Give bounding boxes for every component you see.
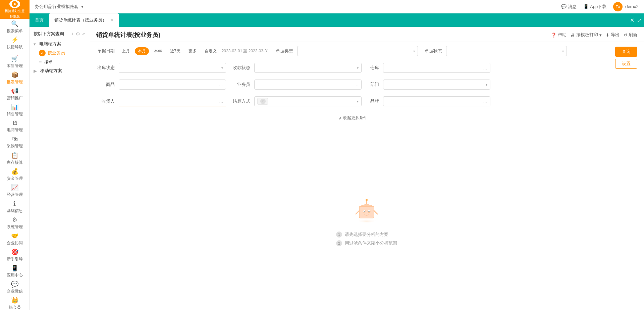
help-btn[interactable]: ❓ 帮助 bbox=[551, 32, 567, 38]
settings-btn[interactable]: 设置 bbox=[615, 59, 637, 69]
tab-home[interactable]: 首页 bbox=[30, 13, 49, 27]
svg-line-5 bbox=[374, 211, 377, 214]
empty-tips: 1 请先选择要分析的方案 2 用过滤条件来缩小分析范围 bbox=[336, 231, 397, 246]
department-label: 部门 bbox=[366, 82, 379, 88]
settlement-tag-close[interactable]: × bbox=[260, 99, 266, 104]
date-btn-7days[interactable]: 近7天 bbox=[167, 47, 183, 55]
member-icon: 👑 bbox=[11, 297, 18, 304]
sidebar-item-baseinfo[interactable]: ℹ 基础信息 bbox=[0, 199, 30, 215]
tab-close-all-btn[interactable]: ✕ bbox=[630, 17, 634, 23]
tree-node-pc[interactable]: ▾ 电脑端方案 bbox=[30, 40, 89, 48]
order-icon: ≡ bbox=[39, 59, 42, 65]
app-selector-arrow: ▾ bbox=[81, 4, 84, 9]
docstatus-input[interactable]: ▾ bbox=[446, 46, 567, 56]
sidebar-item-appcenter[interactable]: 📱 应用中心 bbox=[0, 263, 30, 279]
print-icon: 🖨 bbox=[571, 33, 575, 38]
doctype-input[interactable]: ▾ bbox=[297, 46, 418, 56]
sidebar-item-member[interactable]: 👑 畅会员 bbox=[0, 295, 30, 310]
date-btn-lastmonth[interactable]: 上月 bbox=[119, 47, 133, 55]
sidebar-item-retail[interactable]: 🛒 零售管理 bbox=[0, 54, 30, 70]
sidebar-label-corpwechat: 企业微信 bbox=[7, 289, 23, 294]
query-btn[interactable]: 查询 bbox=[615, 47, 637, 57]
outstatus-arrow: ▾ bbox=[221, 66, 223, 70]
filter-row-3: 商品 … 业务员 … 部门 bbox=[96, 80, 610, 90]
receiptstatus-input[interactable]: ▾ bbox=[254, 63, 362, 73]
date-btn-thisyear[interactable]: 本年 bbox=[151, 47, 165, 55]
department-input[interactable]: ▾ bbox=[383, 80, 490, 90]
operations-icon: 📈 bbox=[11, 184, 18, 191]
sidebar-item-collab[interactable]: 🤝 企业协同 bbox=[0, 231, 30, 247]
settings-scheme-btn[interactable]: ⚙ bbox=[76, 31, 80, 37]
top-header: 办公用品行业模拟账套 ▾ 💬 消息 📱 App下载 Ea demo2 bbox=[30, 0, 644, 13]
sidebar-item-marketing[interactable]: 📢 营销推广 bbox=[0, 86, 30, 102]
add-scheme-btn[interactable]: + bbox=[71, 31, 74, 37]
sidebar-item-search[interactable]: 🔍 搜索菜单 bbox=[0, 19, 30, 35]
warehouse-input[interactable]: … bbox=[383, 63, 490, 73]
export-btn[interactable]: ⬇ 导出 bbox=[606, 32, 620, 38]
date-filter: 上月 本月 本年 近7天 更多 自定义 2023-03-01 至 2023-03… bbox=[119, 47, 269, 55]
date-btn-more[interactable]: 更多 bbox=[185, 47, 200, 55]
filter-area: 单据日期 上月 本月 本年 近7天 更多 自定义 2023-03-01 至 20… bbox=[89, 42, 644, 127]
app-selector[interactable]: 办公用品行业模拟账套 ▾ bbox=[35, 4, 84, 10]
tab-sales-stat[interactable]: 销货单统计表（按业务员） ✕ bbox=[49, 13, 119, 27]
user-info[interactable]: Ea demo2 bbox=[613, 2, 639, 11]
settlement-tag: × bbox=[257, 98, 268, 105]
app-download-btn[interactable]: 📱 App下载 bbox=[583, 4, 606, 10]
marketing-icon: 📢 bbox=[11, 87, 18, 95]
sidebar-item-corpwechat[interactable]: 💬 企业微信 bbox=[0, 279, 30, 295]
tree-node-by-order[interactable]: ≡ 按单 bbox=[30, 58, 89, 66]
sidebar-item-purchase[interactable]: 🛍 采购管理 bbox=[0, 134, 30, 150]
collapse-panel-btn[interactable]: « bbox=[82, 31, 85, 37]
goods-ellipsis: … bbox=[219, 82, 223, 87]
corpwechat-icon: 💬 bbox=[11, 280, 18, 288]
tree-label-by-order: 按单 bbox=[44, 59, 53, 65]
svg-point-9 bbox=[368, 211, 370, 212]
warehouse-label: 仓库 bbox=[366, 65, 379, 71]
date-btn-custom[interactable]: 自定义 bbox=[202, 47, 220, 55]
tip-num-1: 1 bbox=[336, 231, 342, 238]
tab-expand-btn[interactable]: ⤢ bbox=[637, 17, 641, 23]
brand-label: 品牌 bbox=[366, 98, 379, 104]
collapse-more-btn[interactable]: ∧ 收起更多条件 bbox=[339, 115, 367, 121]
finance-icon: 💰 bbox=[11, 168, 18, 175]
sidebar-item-newguide[interactable]: 🎯 新手引导 bbox=[0, 247, 30, 263]
refresh-btn[interactable]: ↺ 刷新 bbox=[624, 32, 637, 38]
template-print-label: 按模板打印 bbox=[576, 32, 598, 38]
app-logo[interactable]: 畅捷通好生意 标准版 bbox=[0, 0, 30, 19]
receiptstatus-arrow: ▾ bbox=[357, 66, 359, 70]
tree-node-mobile[interactable]: ▶ 移动端方案 bbox=[30, 66, 89, 75]
date-label: 单据日期 bbox=[96, 48, 115, 54]
brand-input[interactable]: … bbox=[383, 96, 490, 106]
salesperson-input[interactable]: … bbox=[254, 80, 362, 90]
sidebar-item-inventory[interactable]: 📋 库存核算 bbox=[0, 150, 30, 166]
sidebar-item-wholesale[interactable]: 📦 批发管理 bbox=[0, 70, 30, 86]
doctype-arrow: ▾ bbox=[413, 49, 415, 53]
tree-label-mobile: 移动端方案 bbox=[40, 68, 62, 74]
message-btn[interactable]: 💬 消息 bbox=[561, 4, 577, 10]
sidebar-item-quicknav[interactable]: ⚡ 快捷导航 bbox=[0, 35, 30, 51]
date-btn-thismonth[interactable]: 本月 bbox=[135, 47, 149, 55]
settlement-input[interactable]: × ▾ bbox=[254, 96, 362, 106]
logo-icon bbox=[9, 0, 20, 8]
sidebar-item-system[interactable]: ⚙ 系统管理 bbox=[0, 215, 30, 231]
tree-label-pc: 电脑端方案 bbox=[39, 41, 61, 47]
svg-line-4 bbox=[356, 211, 359, 214]
tab-bar-actions: ✕ ⤢ bbox=[630, 17, 644, 23]
docstatus-arrow: ▾ bbox=[562, 49, 564, 53]
tab-home-label: 首页 bbox=[35, 17, 44, 23]
message-label: 消息 bbox=[568, 4, 577, 10]
tree-label-by-salesperson: 按业务员 bbox=[48, 50, 65, 56]
active-dot-icon: ✔ bbox=[39, 50, 46, 56]
sidebar-item-sales[interactable]: 📊 销售管理 bbox=[0, 102, 30, 118]
goods-input[interactable]: … bbox=[119, 80, 226, 90]
filter-row-4: 收货人 … 结算方式 × ▾ bbox=[96, 96, 610, 106]
sidebar-item-ecommerce[interactable]: 🖥 电商管理 bbox=[0, 118, 30, 134]
tree-node-by-salesperson[interactable]: ✔ 按业务员 bbox=[30, 48, 89, 58]
sidebar-item-finance[interactable]: 💰 资金管理 bbox=[0, 166, 30, 183]
template-print-btn[interactable]: 🖨 按模板打印 ▾ bbox=[571, 32, 602, 38]
sidebar-item-operations[interactable]: 📈 经营管理 bbox=[0, 183, 30, 199]
consignee-input[interactable]: … bbox=[119, 96, 226, 106]
outstatus-input[interactable]: ▾ bbox=[119, 63, 226, 73]
tab-close-btn[interactable]: ✕ bbox=[110, 18, 113, 22]
logo-subtext: 标准版 bbox=[10, 14, 20, 19]
